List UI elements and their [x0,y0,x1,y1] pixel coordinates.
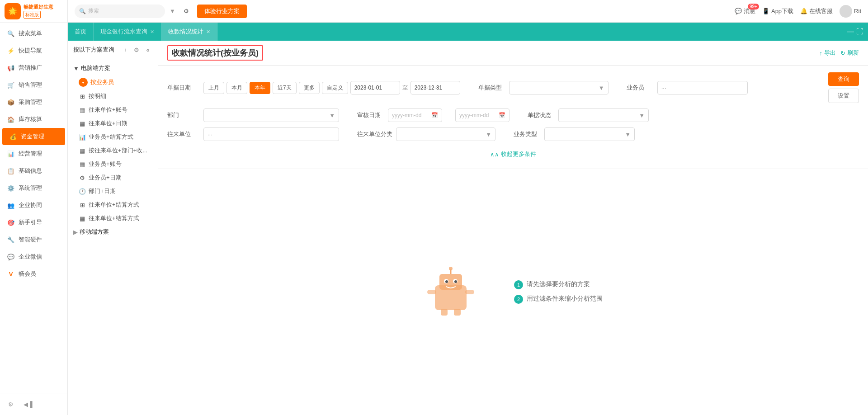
date-btn-custom[interactable]: 自定义 [322,82,348,94]
basic-icon: 📋 [7,167,15,175]
plan-settings-btn[interactable]: ⚙ [132,45,141,54]
tree-item-staff-payment-label: 业务员+结算方式 [89,133,133,141]
date-to-input[interactable]: 2023-12-31 [410,81,460,94]
hint-item-1: 1 请先选择要分析的方案 [514,280,603,289]
sidebar-bottom: ⚙ ◀▐ [0,393,67,415]
svg-rect-6 [441,309,448,316]
doc-status-dropdown[interactable]: ▼ [558,108,649,122]
tree-item-staff-payment[interactable]: 📊 业务员+结算方式 [73,130,158,144]
tree-item-by-staff-label: 按业务员 [90,78,114,86]
tree-item-by-staff[interactable]: ● 按业务员 [73,75,158,90]
search-icon: 🔍 [7,29,15,38]
sidebar-item-basic[interactable]: 📋 基础信息 [0,162,67,179]
topbar-app-download[interactable]: 📱 App下载 [762,7,793,15]
tree-item-partner-dept[interactable]: ▦ 按往来单位+部门+收... [73,144,158,157]
doc-type-dropdown[interactable]: ▼ [509,81,609,94]
settings-btn[interactable]: 设置 [828,89,859,103]
collapse-panel-btn[interactable]: « [143,45,152,54]
sidebar-item-wechat[interactable]: 💬 企业微信 [0,248,67,265]
review-date-from-placeholder: yyyy-mm-dd [392,112,421,118]
tree-item-staff-date[interactable]: ⚙ 业务员+日期 [73,171,158,184]
refresh-btn[interactable]: ↻ 刷新 [840,49,859,57]
topbar-user[interactable]: Rit [840,5,861,18]
date-from-input[interactable]: 2023-01-01 [350,81,400,94]
tab-collection[interactable]: 收款情况统计 ✕ [161,23,217,41]
partner-type-group: 往来单位分类 ▼ [357,127,495,141]
sidebar-item-search[interactable]: 🔍 搜索菜单 [0,25,67,42]
partner-dropdown[interactable]: ··· [203,127,339,141]
member-icon: V [7,270,15,278]
msg-icon: 💬 [735,8,742,14]
sidebar-item-hardware[interactable]: 🔧 智能硬件 [0,231,67,248]
active-dot-icon: ● [79,78,88,87]
hardware-icon: 🔧 [7,236,15,244]
sidebar-item-operations[interactable]: 📊 经营管理 [0,145,67,162]
sidebar-item-finance[interactable]: 💰 资金管理 [2,128,65,145]
dropdown-arrow-partner-type: ▼ [486,131,491,138]
collapse-sidebar-btn[interactable]: ◀▐ [22,398,34,410]
topbar-online-service[interactable]: 🔔 在线客服 [800,7,833,15]
biz-type-group: 业务类型 ▼ [514,127,635,141]
topbar-dropdown-arrow[interactable]: ▼ [170,8,175,14]
sidebar-item-purchase[interactable]: 📦 采购管理 [0,94,67,111]
date-btn-this-year[interactable]: 本年 [250,82,270,94]
tree-item-partner-date[interactable]: ▦ 往来单位+日期 [73,117,158,130]
tree-item-dept-date[interactable]: 🕐 部门+日期 [73,184,158,198]
date-btn-prev-month[interactable]: 上月 [203,82,224,94]
tab-bank-label: 现金银行流水查询 [100,28,147,36]
sidebar-item-guide[interactable]: 🎯 新手引导 [0,214,67,231]
trial-btn[interactable]: 体验行业方案 [197,5,247,18]
sidebar-item-system[interactable]: ⚙️ 系统管理 [0,179,67,197]
page-title: 收款情况统计(按业务员) [167,45,263,61]
date-btn-this-month[interactable]: 本月 [226,82,247,94]
topbar-search[interactable]: 🔍 搜索 [75,5,165,18]
topbar-msg[interactable]: 💬 消息 99+ [735,7,755,15]
app-icon: 📱 [762,8,769,14]
date-btn-7days[interactable]: 近7天 [273,82,297,94]
logo-name: 畅捷通好生意 [24,4,53,10]
tab-bank-close[interactable]: ✕ [150,29,154,35]
biz-type-dropdown[interactable]: ▼ [544,127,635,141]
sidebar-label-hardware: 智能硬件 [19,236,42,244]
query-btn[interactable]: 查询 [828,72,859,86]
sidebar-item-inventory[interactable]: 🏠 库存核算 [0,111,67,128]
tree-item-partner-payment1[interactable]: ⊞ 往来单位+结算方式 [73,198,158,212]
tree-item-partner-account[interactable]: ▦ 往来单位+账号 [73,103,158,117]
tab-home[interactable]: 首页 [68,23,94,41]
add-plan-btn[interactable]: + [121,45,130,54]
tree-group-desktop[interactable]: ▼ 电脑端方案 [68,61,158,75]
staff-dropdown[interactable]: ··· [657,81,748,94]
partner-more-dots: ··· [208,131,212,138]
hint-text-1: 请先选择要分析的方案 [527,280,590,288]
page-header: 收款情况统计(按业务员) ↑ 导出 ↻ 刷新 [158,41,868,66]
tree-item-by-detail[interactable]: ⊞ 按明细 [73,90,158,103]
sidebar-item-marketing[interactable]: 📢 营销推广 [0,59,67,76]
content: 按以下方案查询 + ⚙ « ▼ 电脑端方案 ● 按业务员 [68,41,868,415]
sidebar-item-quicknav[interactable]: ⚡ 快捷导航 [0,42,67,59]
export-label: 导出 [824,49,836,57]
date-btn-more[interactable]: 更多 [299,82,320,94]
tree-item-partner-payment2[interactable]: ▦ 往来单位+结算方式 [73,212,158,225]
settings-bottom-icon[interactable]: ⚙ [5,398,17,410]
svg-point-4 [445,280,448,283]
export-btn[interactable]: ↑ 导出 [820,49,836,57]
review-date-to[interactable]: yyyy-mm-dd 📅 [455,108,509,122]
collapse-more-btn[interactable]: ∧∧ 收起更多条件 [486,146,540,162]
tab-minimize-btn[interactable]: — [847,28,854,36]
tab-maximize-btn[interactable]: ⛶ [856,28,863,36]
tree-group-desktop-label: 电脑端方案 [81,64,110,72]
dept-dropdown[interactable]: ▼ [203,108,339,122]
tree-group-mobile[interactable]: ▶ 移动端方案 [68,225,158,239]
sidebar-item-member[interactable]: V 畅会员 [0,265,67,283]
tab-collection-label: 收款情况统计 [168,28,203,36]
partner-label: 往来单位 [167,130,194,138]
tab-bank[interactable]: 现金银行流水查询 ✕ [94,23,161,41]
sidebar-item-corp[interactable]: 👥 企业协同 [0,197,67,214]
topbar-gear-btn[interactable]: ⚙ [180,5,193,18]
dropdown-arrow-biz-type: ▼ [625,131,631,138]
partner-type-dropdown[interactable]: ▼ [396,127,495,141]
tab-collection-close[interactable]: ✕ [206,29,210,35]
tree-item-staff-account[interactable]: ▦ 业务员+账号 [73,157,158,171]
review-date-from[interactable]: yyyy-mm-dd 📅 [388,108,442,122]
sidebar-item-sales[interactable]: 🛒 销售管理 [0,76,67,94]
